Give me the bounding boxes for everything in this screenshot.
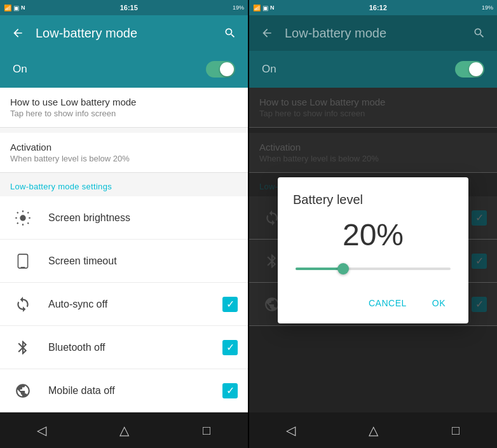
bottom-nav-right: ◁ △ □ (249, 412, 497, 448)
mobile-data-label: Mobile data off (48, 385, 222, 397)
screen-timeout-icon (10, 248, 36, 274)
sync-icon (10, 292, 36, 317)
battery-pct-left: 19% (233, 4, 244, 11)
status-bar-right: 📶 ▣ N 16:12 19% (249, 0, 497, 15)
toggle-row-left: On (0, 51, 248, 88)
activation-subtitle-left: When battery level is below 20% (10, 154, 238, 163)
setting-screen-timeout[interactable]: Screen timeout (0, 240, 248, 283)
status-icon-nfc: N (21, 4, 25, 11)
setting-bluetooth[interactable]: Bluetooth off ✓ (0, 326, 248, 369)
status-time-right: 16:12 (369, 4, 387, 11)
bluetooth-checkbox[interactable]: ✓ (222, 340, 238, 355)
status-icon-signal: 📶 (4, 4, 11, 11)
back-button-left[interactable] (10, 25, 25, 41)
search-button-left[interactable] (222, 25, 238, 41)
content-right: How to use Low battery mode Tap here to … (249, 88, 497, 412)
nav-back-right[interactable]: ◁ (271, 417, 310, 443)
toggle-label-right: On (262, 63, 276, 76)
status-icon-wifi: ▣ (13, 4, 19, 11)
svg-rect-1 (18, 254, 27, 268)
battery-level-dialog: Battery level 20% CANCEL OK (278, 177, 468, 323)
nav-back-left[interactable]: ◁ (22, 417, 60, 443)
autosync-checkbox[interactable]: ✓ (222, 297, 238, 312)
svg-point-0 (20, 215, 25, 221)
info-section-left[interactable]: How to use Low battery mode Tap here to … (0, 88, 248, 128)
dialog-actions: CANCEL OK (293, 288, 453, 318)
mobile-data-checkbox[interactable]: ✓ (222, 383, 238, 398)
right-panel: 📶 ▣ N 16:12 19% Low-battery mode On (249, 0, 497, 448)
globe-icon (10, 378, 36, 404)
slider-fill (296, 268, 339, 270)
bluetooth-icon (10, 335, 36, 360)
nav-home-left[interactable]: △ (105, 417, 143, 443)
status-icon-nfc-right: N (270, 4, 275, 11)
nav-home-right[interactable]: △ (354, 417, 392, 443)
status-time-left: 16:15 (120, 4, 138, 11)
nav-recent-right[interactable]: □ (437, 417, 475, 443)
ok-button[interactable]: OK (425, 293, 453, 313)
status-icon-signal-right: 📶 (253, 4, 261, 11)
app-bar-title-left: Low-battery mode (36, 26, 222, 41)
status-battery-left: 19% (233, 4, 244, 11)
toggle-knob-right (469, 62, 483, 76)
nav-recent-left[interactable]: □ (187, 417, 226, 443)
brightness-label: Screen brightness (48, 212, 238, 224)
toggle-label-left: On (13, 63, 27, 76)
setting-autosync[interactable]: Auto-sync off ✓ (0, 283, 248, 326)
app-bar-right: Low-battery mode (249, 15, 497, 51)
toggle-switch-left[interactable] (206, 61, 235, 78)
status-battery-right: 19% (482, 4, 493, 11)
status-icon-wifi-right: ▣ (262, 4, 268, 11)
search-button-right[interactable] (472, 25, 487, 41)
activation-section-left[interactable]: Activation When battery level is below 2… (0, 133, 248, 173)
settings-header-left: Low-battery mode settings (0, 173, 248, 196)
setting-brightness[interactable]: Screen brightness (0, 196, 248, 240)
cancel-button[interactable]: CANCEL (361, 293, 414, 313)
info-title-left: How to use Low battery mode (10, 97, 238, 107)
activation-title-left: Activation (10, 142, 238, 153)
bottom-nav-left: ◁ △ □ (0, 412, 248, 448)
status-bar-left: 📶 ▣ N 16:15 19% (0, 0, 248, 15)
app-bar-title-right: Low-battery mode (285, 26, 472, 41)
brightness-icon (10, 205, 36, 231)
app-bar-left: Low-battery mode (0, 15, 248, 51)
back-button-right[interactable] (259, 25, 275, 41)
bluetooth-label: Bluetooth off (48, 342, 222, 353)
slider-thumb[interactable] (337, 263, 349, 275)
toggle-row-right: On (249, 51, 497, 88)
setting-mobile-data[interactable]: Mobile data off ✓ (0, 369, 248, 412)
dialog-overlay: Battery level 20% CANCEL OK (249, 88, 497, 412)
left-panel: 📶 ▣ N 16:15 19% Low-battery mode On (0, 0, 248, 448)
dialog-value: 20% (293, 217, 453, 252)
toggle-knob-left (220, 62, 234, 76)
status-icons-left: 📶 ▣ N (4, 4, 25, 11)
dialog-title: Battery level (293, 193, 453, 207)
battery-pct-right: 19% (482, 4, 493, 11)
autosync-label: Auto-sync off (48, 299, 222, 310)
info-subtitle-left: Tap here to show info screen (10, 109, 238, 118)
toggle-switch-right[interactable] (455, 61, 484, 78)
slider-track (296, 268, 451, 270)
status-icons-right: 📶 ▣ N (253, 4, 275, 11)
content-left: How to use Low battery mode Tap here to … (0, 88, 248, 412)
screen-timeout-label: Screen timeout (48, 255, 238, 267)
dialog-slider-container[interactable] (293, 268, 453, 270)
